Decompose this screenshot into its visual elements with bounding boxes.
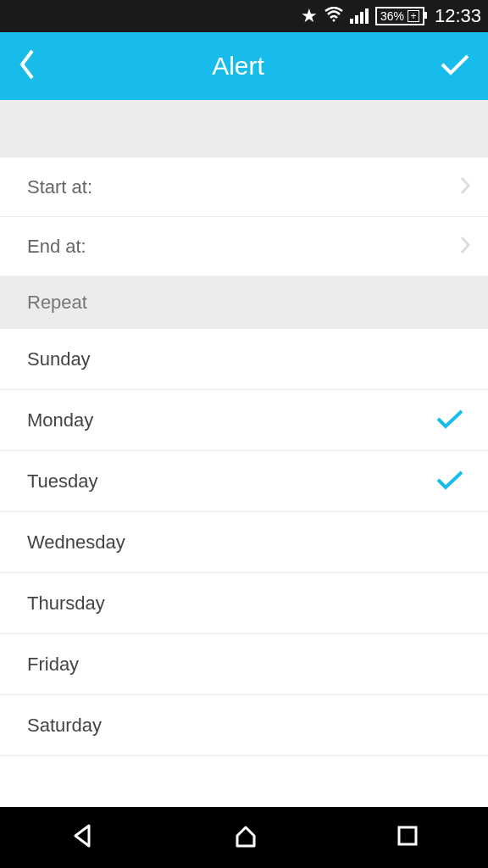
nav-recent-button[interactable]	[396, 824, 419, 851]
status-time: 12:33	[435, 5, 481, 27]
chevron-right-icon	[459, 175, 471, 199]
app-bar: Alert	[0, 32, 488, 100]
start-time-label: Start at:	[27, 176, 92, 198]
content: Start at: End at: Repeat SundayMondayTue…	[0, 158, 488, 807]
battery-plus-icon: +	[408, 10, 419, 22]
day-row-saturday[interactable]: Saturday	[0, 695, 488, 756]
repeat-header: Repeat	[0, 276, 488, 329]
battery-percent: 36%	[380, 9, 404, 23]
day-row-thursday[interactable]: Thursday	[0, 573, 488, 634]
end-time-label: End at:	[27, 236, 86, 258]
chevron-right-icon	[459, 235, 471, 259]
start-time-row[interactable]: Start at:	[0, 158, 488, 217]
page-title: Alert	[37, 52, 439, 81]
day-label: Wednesday	[27, 531, 125, 554]
day-row-sunday[interactable]: Sunday	[0, 329, 488, 390]
status-bar: ★ 36% + 12:33	[0, 0, 488, 32]
end-time-row[interactable]: End at:	[0, 217, 488, 276]
nav-home-button[interactable]	[232, 822, 259, 853]
wifi-icon	[324, 7, 343, 26]
star-icon: ★	[301, 5, 318, 27]
day-label: Friday	[27, 654, 79, 676]
nav-back-button[interactable]	[69, 822, 96, 853]
day-label: Sunday	[27, 348, 91, 370]
day-row-monday[interactable]: Monday	[0, 390, 488, 451]
day-label: Saturday	[27, 715, 102, 737]
day-row-friday[interactable]: Friday	[0, 634, 488, 695]
svg-point-0	[332, 19, 335, 21]
day-label: Thursday	[27, 593, 105, 615]
confirm-button[interactable]	[439, 53, 471, 80]
check-icon	[435, 470, 464, 493]
day-label: Monday	[27, 409, 93, 431]
nav-bar	[0, 807, 488, 868]
day-row-tuesday[interactable]: Tuesday	[0, 451, 488, 512]
day-row-wednesday[interactable]: Wednesday	[0, 512, 488, 573]
spacer	[0, 100, 488, 158]
day-label: Tuesday	[27, 470, 98, 492]
check-icon	[435, 409, 464, 432]
battery-indicator: 36% +	[375, 7, 424, 25]
back-button[interactable]	[17, 47, 37, 85]
signal-icon	[350, 8, 369, 24]
svg-rect-1	[399, 827, 416, 844]
